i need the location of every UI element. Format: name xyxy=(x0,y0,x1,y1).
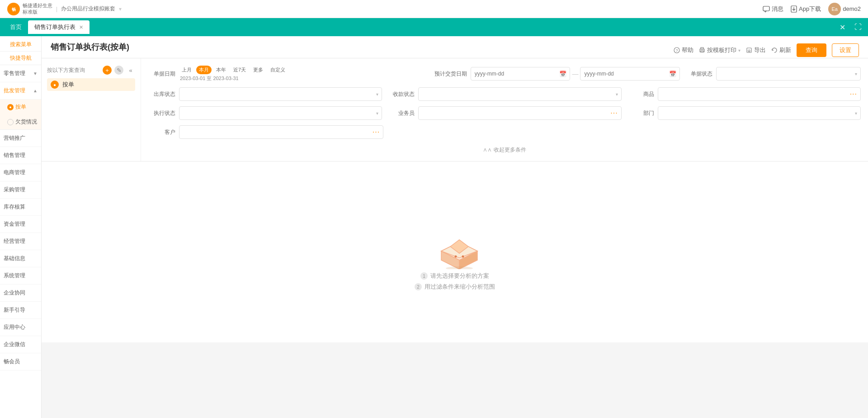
main-layout: 搜索菜单 快捷导航 零售管理 ▼ 批发管理 ▲ ● 按单 欠货情况 营销推广 xyxy=(0,36,868,418)
print-arrow-icon: ▾ xyxy=(738,48,741,53)
department-select-wrap: ▾ xyxy=(658,106,861,120)
execution-status-label: 执行状态 xyxy=(148,109,175,117)
expected-delivery-range: 📅 — 📅 xyxy=(471,67,680,81)
wholesale-arrow-icon: ▲ xyxy=(33,88,38,93)
tab-sales-order-label: 销售订单执行表 xyxy=(34,23,75,31)
date-tab-last-month[interactable]: 上月 xyxy=(179,66,194,74)
doc-status-select[interactable] xyxy=(716,67,861,81)
svg-point-18 xyxy=(462,256,464,258)
date-tab-this-month[interactable]: 本月 xyxy=(196,66,212,74)
svg-rect-9 xyxy=(701,51,703,52)
user-menu[interactable]: Ea demo2 xyxy=(828,3,861,15)
export-icon xyxy=(746,47,752,53)
collection-status-field: 收款状态 ▾ xyxy=(387,87,621,101)
sidebar-search[interactable]: 搜索菜单 xyxy=(0,36,41,52)
collapse-button[interactable]: ∧∧ 收起更多条件 xyxy=(148,144,861,157)
customer-label: 客户 xyxy=(148,128,175,136)
export-button[interactable]: 导出 xyxy=(746,46,766,54)
department-field: 部门 ▾ xyxy=(627,106,861,120)
sidebar-item-sales[interactable]: 销售管理 xyxy=(0,147,41,164)
message-button[interactable]: 消息 xyxy=(763,5,783,13)
sidebar-item-member[interactable]: 畅会员 xyxy=(0,353,41,370)
logo-area[interactable]: 畅 畅捷通好生意 标准版 xyxy=(7,3,52,15)
breadcrumb[interactable]: 办公用品行业模拟账套 xyxy=(61,5,115,13)
help-button[interactable]: ? 帮助 xyxy=(674,46,693,54)
single-date-field: 单据日期 上月 本月 本年 近7天 更多 自定义 2023-03-01 至 20… xyxy=(148,66,429,82)
query-button[interactable]: 查询 xyxy=(797,43,826,57)
sidebar-item-inventory[interactable]: 库存核算 xyxy=(0,199,41,216)
submenu-press[interactable]: ● 按单 xyxy=(0,100,41,114)
tab-close-icon[interactable]: ✕ xyxy=(79,24,83,30)
collapse-arrow-icon: ∧∧ xyxy=(483,147,492,153)
customer-field: 客户 ··· xyxy=(148,125,383,139)
sidebar-item-appstore[interactable]: 应用中心 xyxy=(0,319,41,336)
sidebar-item-operations[interactable]: 经营管理 xyxy=(0,233,41,250)
step-2-icon: 2 xyxy=(415,283,422,290)
content-area: 销售订单执行表(按单) ? 帮助 按模板打印 ▾ 导出 刷新 xyxy=(42,36,868,418)
dropdown-arrow[interactable]: ▾ xyxy=(119,6,122,12)
single-date-label: 单据日期 xyxy=(148,70,175,78)
sidebar-quick-nav[interactable]: 快捷导航 xyxy=(0,52,41,65)
execution-status-select[interactable] xyxy=(179,106,382,120)
page-title: 销售订单执行表(按单) xyxy=(51,42,129,58)
date-tab-this-year[interactable]: 本年 xyxy=(213,66,229,74)
empty-state-icon xyxy=(432,228,477,265)
filter-row-1: 单据日期 上月 本月 本年 近7天 更多 自定义 2023-03-01 至 20… xyxy=(148,66,861,82)
app-download-icon xyxy=(791,5,797,13)
logo-text: 畅捷通好生意 标准版 xyxy=(23,3,52,14)
tab-sales-order[interactable]: 销售订单执行表 ✕ xyxy=(28,20,90,34)
press-dot: ● xyxy=(7,104,14,110)
refresh-button[interactable]: 刷新 xyxy=(771,46,791,54)
product-input[interactable] xyxy=(658,87,861,101)
tab-expand-button[interactable]: ⛶ xyxy=(852,22,864,32)
app-download-button[interactable]: App下载 xyxy=(791,5,821,13)
tab-bar: 首页 销售订单执行表 ✕ ✕ ⛶ xyxy=(0,18,868,36)
customer-input[interactable] xyxy=(179,125,383,139)
sidebar-item-retail[interactable]: 零售管理 ▼ xyxy=(0,65,41,82)
out-warehouse-field: 出库状态 ▾ xyxy=(148,87,382,101)
sidebar-item-ecommerce[interactable]: 电商管理 xyxy=(0,164,41,181)
expected-delivery-field: 预计交货日期 📅 — 📅 xyxy=(434,67,680,81)
sidebar-item-finance[interactable]: 资金管理 xyxy=(0,216,41,233)
delivery-end-input[interactable] xyxy=(580,67,680,81)
date-tab-more[interactable]: 更多 xyxy=(250,66,266,74)
collection-status-select-wrap: ▾ xyxy=(418,87,621,101)
date-range-display: 2023-03-01 至 2023-03-31 xyxy=(179,75,429,82)
expected-delivery-label: 预计交货日期 xyxy=(434,70,467,78)
breadcrumb-separator: | xyxy=(56,6,57,12)
collection-status-select[interactable] xyxy=(418,87,621,101)
svg-text:?: ? xyxy=(675,48,678,53)
add-plan-button[interactable]: + xyxy=(103,66,112,75)
sidebar-item-wechat[interactable]: 企业微信 xyxy=(0,336,41,353)
filter-panel: 按以下方案查询 + ✎ « ● 按单 单据 xyxy=(42,58,868,162)
empty-state-container: 1 请先选择要分析的方案 2 用过滤条件来缩小分析范围 xyxy=(42,162,868,342)
collapse-plan-button[interactable]: « xyxy=(126,66,135,75)
edit-plan-button[interactable]: ✎ xyxy=(114,66,123,75)
sidebar-item-wholesale[interactable]: 批发管理 ▲ xyxy=(0,82,41,100)
sidebar: 搜索菜单 快捷导航 零售管理 ▼ 批发管理 ▲ ● 按单 欠货情况 营销推广 xyxy=(0,36,42,418)
sidebar-item-basic[interactable]: 基础信息 xyxy=(0,250,41,267)
product-label: 商品 xyxy=(627,90,654,98)
svg-point-19 xyxy=(446,266,473,269)
department-select[interactable] xyxy=(658,106,861,120)
sidebar-item-marketing[interactable]: 营销推广 xyxy=(0,130,41,147)
sidebar-item-newbie[interactable]: 新手引导 xyxy=(0,302,41,319)
sidebar-item-purchase[interactable]: 采购管理 xyxy=(0,181,41,199)
salesperson-input[interactable] xyxy=(418,106,621,120)
plan-item-press[interactable]: ● 按单 xyxy=(47,78,135,91)
department-label: 部门 xyxy=(627,109,654,117)
date-tab-custom[interactable]: 自定义 xyxy=(268,66,288,74)
out-warehouse-select[interactable] xyxy=(179,87,382,101)
sidebar-item-system[interactable]: 系统管理 xyxy=(0,267,41,285)
out-warehouse-select-wrap: ▾ xyxy=(179,87,382,101)
settings-button[interactable]: 设置 xyxy=(832,43,859,57)
tab-close-window-button[interactable]: ✕ xyxy=(837,22,848,33)
delivery-start-input[interactable] xyxy=(471,67,571,81)
print-button[interactable]: 按模板打印 ▾ xyxy=(699,46,741,54)
filter-form: 单据日期 上月 本月 本年 近7天 更多 自定义 2023-03-01 至 20… xyxy=(141,58,868,161)
submenu-debt[interactable]: 欠货情况 xyxy=(0,114,41,129)
header-right: 消息 App下载 Ea demo2 xyxy=(763,3,861,15)
date-tab-7days[interactable]: 近7天 xyxy=(231,66,249,74)
tab-home[interactable]: 首页 xyxy=(4,20,28,34)
sidebar-item-corp[interactable]: 企业协同 xyxy=(0,285,41,302)
